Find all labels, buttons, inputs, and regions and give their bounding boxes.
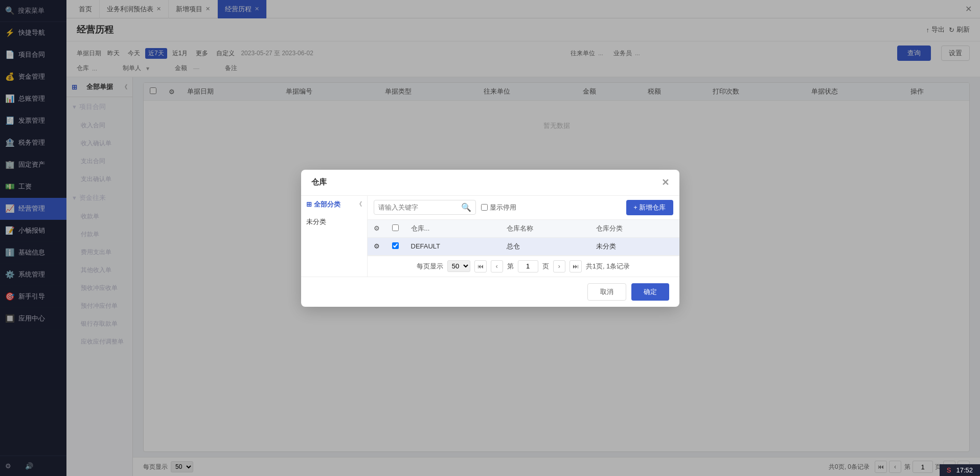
row-select-checkbox[interactable] — [392, 242, 399, 249]
per-page-label-dialog: 每页显示 — [417, 262, 443, 271]
dialog-body: ⊞ 全部分类 《 未分类 🔍 显示停用 — [301, 196, 679, 277]
taskbar: S 17:52 — [940, 464, 980, 476]
col-checkbox — [386, 220, 405, 238]
dialog-collapse-icon[interactable]: 《 — [356, 200, 362, 208]
dialog-page-label: 第 — [507, 262, 514, 271]
show-disabled-label: 显示停用 — [490, 203, 516, 212]
dialog-select-all[interactable] — [392, 224, 399, 231]
search-icon: 🔍 — [461, 202, 471, 212]
row-checkbox[interactable] — [386, 237, 405, 255]
show-disabled-checkbox[interactable] — [481, 204, 488, 211]
col-code: 仓库... — [405, 220, 501, 238]
dialog-all-categories[interactable]: ⊞ 全部分类 《 — [301, 196, 367, 213]
search-input[interactable] — [378, 203, 458, 211]
taskbar-apps: S — [947, 466, 951, 474]
dialog-left-uncategorized[interactable]: 未分类 — [301, 213, 367, 231]
dialog-close-button[interactable]: ✕ — [662, 177, 669, 188]
dialog-prev-page[interactable]: ‹ — [491, 260, 503, 273]
warehouse-dialog: 仓库 ✕ ⊞ 全部分类 《 未分类 🔍 — [301, 170, 679, 307]
cancel-button[interactable]: 取消 — [587, 283, 626, 301]
dialog-toolbar: 🔍 显示停用 + 新增仓库 — [368, 196, 679, 220]
dialog-pagination: 每页显示 50 ⏮ ‹ 第 页 › ⏭ 共1页, 1条记录 — [368, 256, 679, 277]
dialog-header: 仓库 ✕ — [301, 170, 679, 196]
dialog-total-info: 共1页, 1条记录 — [586, 262, 630, 271]
per-page-select-dialog[interactable]: 50 — [447, 260, 470, 272]
table-row[interactable]: ⚙ DEFAULT 总仓 未分类 — [368, 237, 679, 255]
dialog-page-unit: 页 — [542, 262, 549, 271]
confirm-button[interactable]: 确定 — [631, 283, 669, 301]
row-name: 总仓 — [500, 237, 590, 255]
search-input-wrap: 🔍 — [374, 200, 476, 215]
row-category: 未分类 — [590, 237, 679, 255]
dialog-last-page[interactable]: ⏭ — [569, 260, 582, 273]
dialog-actions: 取消 确定 — [301, 277, 679, 307]
col-category: 仓库分类 — [590, 220, 679, 238]
col-settings: ⚙ — [368, 220, 386, 238]
taskbar-time: 17:52 — [956, 466, 973, 474]
modal-overlay: 仓库 ✕ ⊞ 全部分类 《 未分类 🔍 — [0, 0, 980, 476]
dialog-page-input[interactable] — [518, 260, 538, 273]
show-disabled-option: 显示停用 — [481, 203, 516, 212]
dialog-table: ⚙ 仓库... 仓库名称 — [368, 220, 679, 256]
dialog-right-panel: 🔍 显示停用 + 新增仓库 ⚙ — [368, 196, 679, 277]
dialog-left-panel: ⊞ 全部分类 《 未分类 — [301, 196, 368, 277]
row-settings[interactable]: ⚙ — [368, 237, 386, 255]
dialog-first-page[interactable]: ⏮ — [474, 260, 487, 273]
dialog-next-page[interactable]: › — [553, 260, 565, 273]
grid-icon: ⊞ — [306, 200, 312, 208]
dialog-title: 仓库 — [311, 177, 327, 187]
col-name: 仓库名称 — [500, 220, 590, 238]
row-code: DEFAULT — [405, 237, 501, 255]
add-warehouse-button[interactable]: + 新增仓库 — [626, 200, 673, 215]
